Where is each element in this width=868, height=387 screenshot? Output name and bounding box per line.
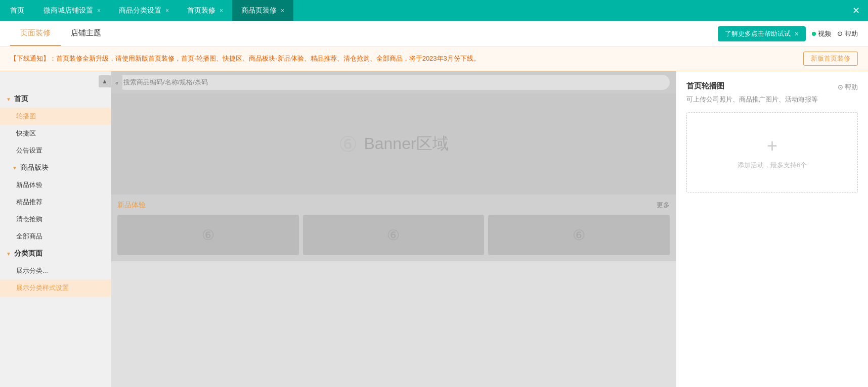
tab-store-theme-label: 店铺主题: [71, 28, 101, 38]
nav-tab-product-decoration-close[interactable]: ×: [281, 7, 284, 14]
new-decoration-button[interactable]: 新版首页装修: [803, 52, 858, 66]
help-promo-close-icon[interactable]: ×: [795, 30, 799, 38]
sidebar-item-featured[interactable]: 精品推荐: [0, 194, 111, 211]
right-panel-help-button[interactable]: ⊙ 帮助: [838, 83, 858, 92]
sidebar-item-shortcut-label: 快捷区: [16, 129, 36, 137]
video-label: 视频: [818, 29, 831, 38]
tab-page-decoration[interactable]: 页面装修: [10, 21, 61, 46]
products-section-header: 新品体验 更多: [117, 201, 670, 210]
sidebar: ▲ ▼ 首页 轮播图 快捷区 公告设置 ▼ 商品版块 新品体验: [0, 71, 111, 387]
sidebar-item-notice[interactable]: 公告设置: [0, 142, 111, 159]
sidebar-item-clearance-label: 清仓抢购: [16, 215, 42, 223]
sidebar-item-new-experience-label: 新品体验: [16, 181, 42, 188]
sidebar-subsection-product-label: 商品版块: [20, 163, 49, 172]
nav-close-all-icon: ✕: [852, 5, 860, 16]
right-panel-title: 首页轮播图: [686, 81, 724, 91]
product-card-2[interactable]: ⑥: [303, 215, 485, 255]
new-decoration-button-label: 新版首页装修: [811, 55, 850, 62]
sidebar-section-category-label: 分类页面: [14, 249, 42, 258]
banner-area-label: Banner区域: [364, 133, 448, 155]
nav-tab-category-settings[interactable]: 商品分类设置 ×: [110, 0, 178, 21]
preview-collapse-icon: «: [115, 80, 118, 86]
product-card-1[interactable]: ⑥: [117, 215, 299, 255]
sidebar-item-category-style-label: 展示分类样式设置: [16, 284, 69, 292]
nav-tab-store-settings-label: 微商城店铺设置: [44, 6, 93, 15]
nav-tab-category-settings-close[interactable]: ×: [165, 7, 169, 14]
right-panel-help-icon: ⊙: [838, 83, 843, 91]
nav-tab-home-decoration-label: 首页装修: [187, 6, 215, 15]
section-category-arrow-icon: ▼: [6, 251, 11, 257]
sidebar-item-all-products[interactable]: 全部商品: [0, 228, 111, 245]
preview-products-section: 新品体验 更多 ⑥ ⑥ ⑥: [111, 195, 676, 261]
products-section-more: 更多: [657, 201, 670, 210]
sidebar-item-all-products-label: 全部商品: [16, 232, 42, 240]
search-placeholder: 搜索商品编码/名称/规格/条码: [123, 78, 208, 87]
sidebar-item-new-experience[interactable]: 新品体验: [0, 176, 111, 194]
right-panel-help-label: 帮助: [845, 83, 858, 92]
top-nav: 首页 微商城店铺设置 × 商品分类设置 × 首页装修 × 商品页装修 × ✕: [0, 0, 868, 21]
right-panel-subtitle-text: 可上传公司照片、商品推广图片、活动海报等: [686, 95, 818, 104]
banner-logo-icon: ⑥: [338, 132, 358, 157]
section-home-arrow-icon: ▼: [6, 96, 11, 102]
nav-tab-product-decoration-label: 商品页装修: [241, 6, 277, 15]
nav-tab-store-settings[interactable]: 微商城店铺设置 ×: [34, 0, 110, 21]
sidebar-item-category-style[interactable]: 展示分类样式设置: [0, 279, 111, 297]
center-preview: « 搜索商品编码/名称/规格/条码 ⑥ Banner区域: [111, 71, 676, 387]
sub-tabs-row: 页面装修 店铺主题 了解更多点击帮助试试 × 视频 ⊙ 帮助: [0, 21, 868, 46]
sidebar-item-notice-label: 公告设置: [16, 147, 42, 154]
preview-search-bar: 搜索商品编码/名称/规格/条码: [111, 71, 676, 93]
tab-store-theme[interactable]: 店铺主题: [61, 21, 111, 46]
products-section-title: 新品体验: [117, 201, 146, 210]
help-label: 帮助: [845, 29, 858, 38]
add-banner-label: 添加活动，最多支持6个: [737, 161, 807, 170]
add-banner-box[interactable]: + 添加活动，最多支持6个: [686, 112, 858, 193]
nav-tab-product-decoration[interactable]: 商品页装修 ×: [232, 0, 293, 21]
nav-tab-store-settings-close[interactable]: ×: [97, 7, 101, 14]
preview-search-input[interactable]: 搜索商品编码/名称/规格/条码: [117, 75, 670, 90]
product-card-1-icon: ⑥: [202, 227, 214, 244]
sub-tab-help-area: 了解更多点击帮助试试 × 视频 ⊙ 帮助: [718, 26, 858, 41]
help-question-icon: ⊙: [837, 30, 843, 37]
preview-banner-text-container: ⑥ Banner区域: [338, 132, 448, 157]
preview-inner: 搜索商品编码/名称/规格/条码 ⑥ Banner区域 新品体验 更多: [111, 71, 676, 261]
sidebar-item-banner[interactable]: 轮播图: [0, 108, 111, 125]
product-card-2-icon: ⑥: [387, 227, 400, 244]
preview-collapse-button[interactable]: «: [111, 75, 122, 90]
product-card-3[interactable]: ⑥: [488, 215, 670, 255]
preview-banner-area[interactable]: ⑥ Banner区域: [111, 93, 676, 195]
tab-page-decoration-label: 页面装修: [20, 28, 51, 38]
video-dot-icon: [812, 32, 816, 36]
video-link[interactable]: 视频: [812, 29, 831, 38]
sidebar-section-home[interactable]: ▼ 首页: [0, 90, 111, 108]
products-grid: ⑥ ⑥ ⑥: [117, 215, 670, 255]
main-layout: ▲ ▼ 首页 轮播图 快捷区 公告设置 ▼ 商品版块 新品体验: [0, 71, 868, 387]
sidebar-section-home-label: 首页: [14, 94, 28, 104]
sidebar-item-clearance[interactable]: 清仓抢购: [0, 211, 111, 228]
sidebar-item-banner-label: 轮播图: [16, 112, 36, 120]
help-promo-text: 了解更多点击帮助试试: [725, 29, 791, 38]
notice-bar: 【下线通知】：首页装修全新升级，请使用新版首页装修，首页-轮播图、快捷区、商品板…: [0, 46, 868, 71]
subsection-product-arrow-icon: ▼: [12, 165, 17, 171]
nav-tab-category-settings-label: 商品分类设置: [119, 6, 161, 15]
right-panel-subtitle: 可上传公司照片、商品推广图片、活动海报等: [686, 95, 858, 104]
sidebar-subsection-product-block[interactable]: ▼ 商品版块: [0, 159, 111, 176]
sidebar-item-show-category[interactable]: 展示分类...: [0, 262, 111, 279]
collapse-up-icon: ▲: [102, 78, 108, 85]
sidebar-section-category[interactable]: ▼ 分类页面: [0, 245, 111, 262]
nav-close-all-button[interactable]: ✕: [844, 0, 868, 21]
help-promo-box[interactable]: 了解更多点击帮助试试 ×: [718, 26, 806, 41]
nav-tab-home[interactable]: 首页: [0, 0, 34, 21]
product-card-3-icon: ⑥: [573, 227, 585, 244]
nav-tab-home-decoration-close[interactable]: ×: [220, 7, 223, 14]
help-link[interactable]: ⊙ 帮助: [837, 29, 858, 38]
add-banner-plus-icon: +: [767, 135, 777, 157]
notice-text: 【下线通知】：首页装修全新升级，请使用新版首页装修，首页-轮播图、快捷区、商品板…: [10, 54, 480, 63]
sidebar-item-featured-label: 精品推荐: [16, 198, 42, 206]
right-panel: 首页轮播图 ⊙ 帮助 可上传公司照片、商品推广图片、活动海报等 + 添加活动，最…: [676, 71, 868, 387]
nav-tab-home-label: 首页: [10, 6, 24, 15]
sidebar-item-show-category-label: 展示分类...: [16, 267, 48, 274]
nav-tab-home-decoration[interactable]: 首页装修 ×: [178, 0, 232, 21]
sidebar-item-shortcut[interactable]: 快捷区: [0, 125, 111, 142]
sidebar-collapse-button[interactable]: ▲: [99, 75, 111, 87]
